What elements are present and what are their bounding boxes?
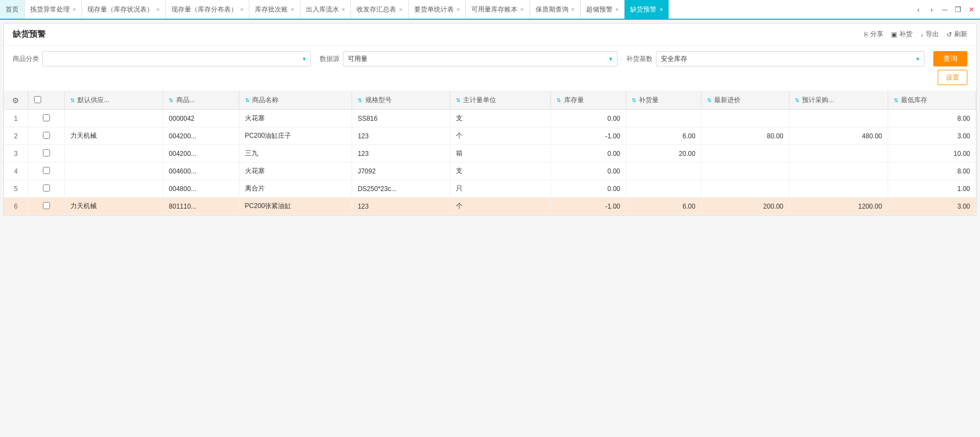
- row-latest-price: [701, 163, 789, 180]
- tab-close-9[interactable]: ×: [571, 6, 575, 13]
- row-latest-price: [701, 180, 789, 198]
- row-checkbox[interactable]: [43, 132, 50, 139]
- row-checkbox-cell[interactable]: [28, 163, 64, 180]
- table-row: 4 004600... 火花塞 J7092 支 0.00 8.00: [4, 163, 976, 180]
- row-min-stock: 8.00: [888, 110, 976, 127]
- tab-9[interactable]: 保质期查询 ×: [530, 0, 581, 19]
- row-stock: 0.00: [551, 110, 626, 127]
- tab-7[interactable]: 要货单统计表 ×: [409, 0, 466, 19]
- row-supplier: [64, 163, 163, 180]
- tab-11[interactable]: 缺货预警 ×: [625, 0, 669, 19]
- replenish-button[interactable]: ▣ 补货: [891, 30, 912, 39]
- row-estimated-purchase: [789, 163, 888, 180]
- tab-6[interactable]: 收发存汇总表 ×: [351, 0, 408, 19]
- row-replenish: 6.00: [626, 198, 701, 215]
- filter-replenish-basis: 补货基数 安全库存 ▾: [626, 51, 925, 66]
- row-number: 3: [4, 145, 28, 163]
- row-checkbox-cell[interactable]: [28, 145, 64, 163]
- row-number: 2: [4, 127, 28, 145]
- datasource-select[interactable]: 可用量 ▾: [343, 51, 618, 66]
- tab-close-7[interactable]: ×: [456, 6, 460, 13]
- row-checkbox-cell[interactable]: [28, 127, 64, 145]
- tab-5[interactable]: 出入库流水 ×: [300, 0, 351, 19]
- col-checkbox[interactable]: [28, 91, 64, 110]
- row-checkbox[interactable]: [43, 149, 50, 156]
- tab-3[interactable]: 现存量（库存分布表） ×: [166, 0, 249, 19]
- row-code: 801110...: [163, 198, 239, 215]
- tab-close-1[interactable]: ×: [73, 6, 76, 13]
- col-replenish[interactable]: ⇅ 补货量: [626, 91, 701, 110]
- datasource-value: 可用量: [348, 54, 610, 64]
- row-unit: 箱: [450, 145, 551, 163]
- col-latest-price[interactable]: ⇅ 最新进价: [701, 91, 789, 110]
- row-checkbox[interactable]: [43, 167, 50, 174]
- row-code: 004600...: [163, 163, 239, 180]
- min-stock-sort-icon: ⇅: [894, 97, 898, 103]
- row-number: 1: [4, 110, 28, 127]
- row-unit: 支: [450, 163, 551, 180]
- tab-close-6[interactable]: ×: [399, 6, 402, 13]
- export-button[interactable]: ↓ 导出: [920, 30, 939, 39]
- col-estimated-purchase[interactable]: ⇅ 预计采购...: [789, 91, 888, 110]
- tab-4[interactable]: 库存批次账 ×: [249, 0, 300, 19]
- col-spec[interactable]: ⇅ 规格型号: [352, 91, 450, 110]
- gear-icon[interactable]: ⚙: [12, 96, 19, 105]
- row-min-stock: 1.00: [888, 180, 976, 198]
- col-unit[interactable]: ⇅ 主计量单位: [450, 91, 551, 110]
- window-restore[interactable]: ❒: [951, 3, 965, 16]
- tab-home[interactable]: 首页: [0, 0, 25, 19]
- tab-close-5[interactable]: ×: [342, 6, 345, 13]
- table-row: 5 004800... 离合片 DS250*23c... 只 0.00 1.00: [4, 180, 976, 198]
- window-minimize[interactable]: ─: [938, 3, 951, 16]
- tab-nav-left[interactable]: ‹: [912, 3, 925, 16]
- category-select[interactable]: ▾: [42, 51, 311, 66]
- page-title: 缺货预警: [13, 29, 864, 40]
- row-checkbox-cell[interactable]: [28, 110, 64, 127]
- tab-close-8[interactable]: ×: [520, 6, 524, 13]
- tab-nav-right[interactable]: ›: [925, 3, 938, 16]
- replenish-basis-select[interactable]: 安全库存 ▾: [656, 51, 925, 66]
- row-name: 火花塞: [239, 110, 352, 127]
- tab-8[interactable]: 可用量库存账本 ×: [466, 0, 530, 19]
- unit-sort-icon: ⇅: [456, 97, 460, 103]
- row-latest-price: [701, 110, 789, 127]
- col-name[interactable]: ⇅ 商品名称: [239, 91, 352, 110]
- row-checkbox-cell[interactable]: [28, 198, 64, 215]
- share-button[interactable]: ⎘ 分享: [864, 30, 883, 39]
- col-supplier[interactable]: ⇅ 默认供应...: [64, 91, 163, 110]
- table-row: 6 力天机械 801110... PC200张紧油缸 123 个 -1.00 6…: [4, 198, 976, 215]
- tab-bar[interactable]: 首页 拣货异常处理 × 现存量（库存状况表） × 现存量（库存分布表） × 库存…: [0, 0, 980, 20]
- row-checkbox[interactable]: [43, 202, 50, 209]
- settings-button[interactable]: 设置: [938, 70, 967, 85]
- col-min-stock[interactable]: ⇅ 最低库存: [888, 91, 976, 110]
- row-latest-price: 80.00: [701, 127, 789, 145]
- refresh-icon: ↺: [946, 31, 952, 38]
- spec-sort-icon: ⇅: [358, 97, 362, 103]
- refresh-button[interactable]: ↺ 刷新: [946, 30, 967, 39]
- table-container: ⚙ ⇅ 默认供应... ⇅ 商品... ⇅ 商品名称: [4, 91, 976, 215]
- tab-1[interactable]: 拣货异常处理 ×: [25, 0, 82, 19]
- col-stock[interactable]: ⇅ 库存量: [551, 91, 626, 110]
- row-number: 5: [4, 180, 28, 198]
- tab-2[interactable]: 现存量（库存状况表） ×: [82, 0, 165, 19]
- row-spec: 123: [352, 145, 450, 163]
- row-name: 三九: [239, 145, 352, 163]
- col-code[interactable]: ⇅ 商品...: [163, 91, 239, 110]
- select-all-checkbox[interactable]: [34, 96, 41, 103]
- window-close[interactable]: ✕: [965, 3, 978, 16]
- tab-close-10[interactable]: ×: [615, 6, 619, 13]
- tab-close-2[interactable]: ×: [156, 6, 159, 13]
- tab-10[interactable]: 超储预警 ×: [581, 0, 625, 19]
- tab-close-11[interactable]: ×: [659, 6, 662, 13]
- row-checkbox-cell[interactable]: [28, 180, 64, 198]
- row-checkbox[interactable]: [43, 184, 50, 192]
- row-code: 004800...: [163, 180, 239, 198]
- row-stock: 0.00: [551, 163, 626, 180]
- row-checkbox[interactable]: [43, 114, 50, 121]
- row-replenish: [626, 180, 701, 198]
- tab-close-3[interactable]: ×: [240, 6, 243, 13]
- tab-close-4[interactable]: ×: [291, 6, 294, 13]
- query-button[interactable]: 查询: [933, 51, 967, 66]
- col-settings[interactable]: ⚙: [4, 91, 28, 110]
- row-code: 0000042: [163, 110, 239, 127]
